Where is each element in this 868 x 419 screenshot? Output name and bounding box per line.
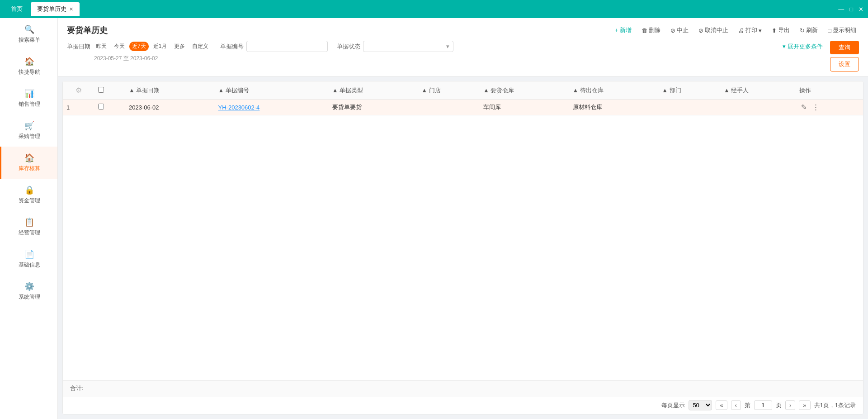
filter-date-group: 单据日期 昨天 今天 近7天 近1月 更多 自定义 <box>67 42 211 51</box>
th-req-warehouse-label: ▲ 要货仓库 <box>483 87 514 94</box>
operations-mgmt-icon: 📋 <box>24 217 34 227</box>
sidebar-item-sales-mgmt-label: 销售管理 <box>19 100 40 108</box>
date-shortcuts: 昨天 今天 近7天 近1月 更多 自定义 <box>93 42 211 51</box>
action-buttons: 查询 设置 <box>830 41 859 71</box>
filter-row-1: 单据日期 昨天 今天 近7天 近1月 更多 自定义 单据编号 <box>67 41 823 52</box>
th-pending-warehouse[interactable]: ▲ 待出仓库 <box>569 81 659 100</box>
sidebar-item-operations-mgmt-label: 经营管理 <box>19 229 40 237</box>
query-button[interactable]: 查询 <box>830 41 859 54</box>
sidebar-item-basic-info[interactable]: 📄 基础信息 <box>0 243 57 275</box>
td-department <box>658 100 720 115</box>
th-settings: ⚙ <box>63 81 94 100</box>
pagination-bar: 每页显示 50 10 20 100 « ‹ 第 页 › » 共1页，1条记录 <box>63 396 863 414</box>
shortcut-more[interactable]: 更多 <box>171 42 188 51</box>
row-checkbox[interactable] <box>98 104 104 110</box>
prev-page-button[interactable]: ‹ <box>731 400 741 410</box>
sidebar-item-finance-mgmt-label: 资金管理 <box>19 197 40 205</box>
table-row: 1 2023-06-02 YH-20230602-4 要货单要货 车间库 <box>63 100 863 115</box>
sales-mgmt-icon: 📊 <box>24 89 34 99</box>
sidebar-item-inventory[interactable]: 🏠 库存核算 <box>0 147 57 179</box>
status-label: 单据状态 <box>337 43 360 51</box>
page-number-input[interactable] <box>754 400 772 410</box>
refresh-button-label: 刷新 <box>806 26 818 34</box>
settings-icon[interactable]: ⚙ <box>75 86 82 94</box>
cancel-stop-button[interactable]: ⊘ 取消中止 <box>696 24 731 36</box>
sidebar-item-system-mgmt[interactable]: ⚙️ 系统管理 <box>0 275 57 307</box>
td-doc-date: 2023-06-02 <box>125 100 215 115</box>
show-details-button[interactable]: □ 显示明细 <box>825 24 859 36</box>
print-button-label: 打印 <box>745 26 757 34</box>
td-index: 1 <box>63 100 94 115</box>
status-select-chevron: ▾ <box>446 43 449 50</box>
window-maximize-icon[interactable]: □ <box>849 6 853 13</box>
table-area: ⚙ ▲ 单据日期 ▲ 单据编号 <box>62 81 863 414</box>
th-handler[interactable]: ▲ 经手人 <box>720 81 796 100</box>
td-operation: ✎ ⋮ <box>796 100 863 115</box>
expand-more-btn[interactable]: ▾ 展开更多条件 <box>783 43 823 51</box>
next-page-button[interactable]: › <box>785 400 795 410</box>
print-button[interactable]: 🖨 打印 ▾ <box>736 24 764 36</box>
page-header-row1: 要货单历史 + 新增 🗑 删除 ⊘ 中止 ⊘ 取消中止 <box>67 24 859 36</box>
home-tab-label: 首页 <box>11 5 23 13</box>
export-button[interactable]: ⬆ 导出 <box>769 24 793 36</box>
shortcut-1month[interactable]: 近1月 <box>151 42 170 51</box>
th-handler-label: ▲ 经手人 <box>724 87 749 94</box>
cancel-stop-button-label: 取消中止 <box>705 26 728 34</box>
th-req-warehouse[interactable]: ▲ 要货仓库 <box>480 81 569 100</box>
op-more-icon[interactable]: ⋮ <box>811 102 821 112</box>
shortcut-7days[interactable]: 近7天 <box>129 42 149 51</box>
sidebar-item-operations-mgmt[interactable]: 📋 经营管理 <box>0 211 57 243</box>
td-req-warehouse: 车间库 <box>480 100 569 115</box>
doc-number-link[interactable]: YH-20230602-4 <box>218 104 260 111</box>
sidebar-item-finance-mgmt[interactable]: 🔒 资金管理 <box>0 179 57 211</box>
th-doc-number[interactable]: ▲ 单据编号 <box>215 81 329 100</box>
th-department[interactable]: ▲ 部门 <box>658 81 720 100</box>
date-filter-label: 单据日期 <box>67 43 90 51</box>
cancel-stop-icon: ⊘ <box>698 27 703 34</box>
print-dropdown-icon: ▾ <box>759 27 762 34</box>
header-actions: + 新增 🗑 删除 ⊘ 中止 ⊘ 取消中止 🖨 <box>612 24 859 36</box>
status-select[interactable]: ▾ <box>363 41 453 52</box>
per-page-select[interactable]: 50 10 20 100 <box>689 400 712 410</box>
th-doc-type[interactable]: ▲ 单据类型 <box>329 81 418 100</box>
print-icon: 🖨 <box>738 27 744 34</box>
tab-close-icon[interactable]: ✕ <box>69 6 73 12</box>
table-header-row: ⚙ ▲ 单据日期 ▲ 单据编号 <box>63 81 863 100</box>
page-header: 要货单历史 + 新增 🗑 删除 ⊘ 中止 ⊘ 取消中止 <box>58 18 868 76</box>
tab-requisition-history[interactable]: 要货单历史 ✕ <box>31 2 80 16</box>
sidebar-item-quick-nav[interactable]: 🏠 快捷导航 <box>0 50 57 82</box>
sidebar-item-search-menu-label: 搜索菜单 <box>19 36 40 44</box>
stop-button[interactable]: ⊘ 中止 <box>668 24 691 36</box>
top-bar: 首页 要货单历史 ✕ — □ ✕ <box>0 0 868 18</box>
shortcut-today[interactable]: 今天 <box>111 42 127 51</box>
filter-status-group: 单据状态 ▾ <box>337 41 453 52</box>
td-checkbox <box>94 100 125 115</box>
set-button[interactable]: 设置 <box>830 57 859 71</box>
td-handler <box>720 100 796 115</box>
filter-section: 单据日期 昨天 今天 近7天 近1月 更多 自定义 单据编号 <box>67 41 859 71</box>
tab-home[interactable]: 首页 <box>5 2 29 16</box>
th-store[interactable]: ▲ 门店 <box>418 81 480 100</box>
doc-number-input[interactable] <box>246 41 328 52</box>
select-all-checkbox[interactable] <box>98 87 104 93</box>
top-bar-right: — □ ✕ <box>838 6 863 13</box>
th-doc-number-label: ▲ 单据编号 <box>218 87 249 94</box>
shortcut-custom[interactable]: 自定义 <box>189 42 211 51</box>
sidebar-item-search-menu[interactable]: 🔍 搜索菜单 <box>0 18 57 50</box>
shortcut-yesterday[interactable]: 昨天 <box>93 42 109 51</box>
window-close-icon[interactable]: ✕ <box>859 6 863 13</box>
new-button[interactable]: + 新增 <box>612 24 634 36</box>
sidebar-item-purchase-mgmt[interactable]: 🛒 采购管理 <box>0 114 57 147</box>
delete-icon: 🗑 <box>642 27 647 34</box>
total-info: 共1页，1条记录 <box>814 401 856 409</box>
delete-button[interactable]: 🗑 删除 <box>639 24 663 36</box>
window-minimize-icon[interactable]: — <box>838 6 844 13</box>
th-doc-date[interactable]: ▲ 单据日期 <box>125 81 215 100</box>
first-page-button[interactable]: « <box>716 400 727 410</box>
sidebar-item-sales-mgmt[interactable]: 📊 销售管理 <box>0 82 57 114</box>
refresh-icon: ↻ <box>800 27 805 34</box>
sidebar: 🔍 搜索菜单 🏠 快捷导航 📊 销售管理 🛒 采购管理 🏠 库存核算 🔒 资金管… <box>0 18 58 419</box>
op-edit-icon[interactable]: ✎ <box>799 102 809 112</box>
last-page-button[interactable]: » <box>799 400 810 410</box>
refresh-button[interactable]: ↻ 刷新 <box>797 24 821 36</box>
